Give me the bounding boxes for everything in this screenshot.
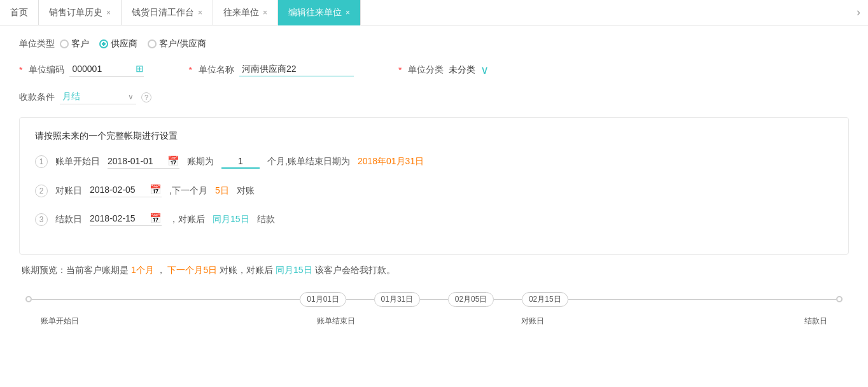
classify-field: * 单位分类 未分类 ∨	[398, 63, 489, 77]
period-box: 请按照未来的一个完整帐期进行设置 1 账单开始日 📅 账期为 个月,账单结束日期…	[19, 117, 849, 255]
tl-connector-1	[346, 299, 374, 300]
tl-connector-0	[32, 299, 300, 300]
unit-type-field: 单位类型 客户 供应商 客户/供应商	[19, 38, 206, 50]
period-reconcile-cal-icon[interactable]: 📅	[150, 184, 162, 195]
period-row-1: 1 账单开始日 📅 账期为 个月,账单结束日期为 2018年01月31日	[35, 155, 833, 169]
name-required: *	[188, 65, 192, 75]
tl-node-2: 01月31日	[374, 292, 421, 307]
tab-counterpart-label: 往来单位	[223, 7, 259, 18]
period-for-label: 账期为	[187, 156, 214, 167]
tl-label-4: 结款日	[804, 316, 827, 327]
unit-type-radio-group: 客户 供应商 客户/供应商	[60, 38, 206, 50]
name-label: 单位名称	[199, 64, 234, 76]
classify-dropdown[interactable]: 未分类 ∨	[449, 63, 489, 77]
reconcile-prefix: ,下一个月	[169, 185, 207, 197]
settle-prefix: ，对账后	[169, 214, 205, 225]
tl-node-3: 02月05日	[448, 292, 494, 307]
tab-edit-counterpart[interactable]: 编辑往来单位 ×	[278, 0, 361, 25]
period-row-2: 2 对账日 📅 ,下一个月5日 对账	[35, 184, 833, 197]
payment-dropdown[interactable]: 月结 ∨	[60, 90, 136, 104]
period-start-date-wrap: 📅	[108, 155, 179, 169]
reconcile-suffix: 对账	[237, 185, 255, 197]
close-icon[interactable]: ×	[198, 8, 202, 17]
tl-connector-4	[568, 299, 836, 300]
tl-node-1: 01月01日	[300, 292, 346, 307]
period-start-date-input[interactable]	[108, 156, 165, 166]
payment-field: 收款条件 月结 ∨ ?	[19, 90, 151, 104]
radio-both[interactable]: 客户/供应商	[148, 38, 206, 50]
period-reconcile-date-input[interactable]	[90, 185, 147, 195]
payment-value: 月结	[62, 91, 128, 102]
code-input[interactable]	[69, 62, 133, 75]
close-icon[interactable]: ×	[346, 8, 350, 17]
tab-counterpart[interactable]: 往来单位 ×	[213, 0, 278, 25]
preview-part3: 同月15日	[276, 265, 312, 275]
tl-connector-2	[420, 299, 448, 300]
tab-cash-workbench-label: 钱货日清工作台	[132, 7, 194, 18]
classify-required: *	[398, 65, 402, 75]
dropdown-arrow-icon: ∨	[128, 92, 134, 101]
code-input-wrap: ⊞	[69, 62, 144, 77]
tab-sales-history[interactable]: 销售订单历史 ×	[39, 0, 122, 25]
help-icon[interactable]: ?	[141, 92, 151, 102]
period-reconcile-date-wrap: 📅	[90, 184, 162, 197]
period-num-3: 3	[35, 213, 48, 226]
code-label: 单位编码	[29, 64, 64, 76]
tab-home[interactable]: 首页	[0, 0, 39, 25]
period-unit-text: 个月,账单结束日期为	[267, 156, 350, 167]
period-settle-date-wrap: 📅	[90, 213, 162, 226]
radio-both-label: 客户/供应商	[159, 38, 206, 50]
preview-mid: 对账，对账后	[220, 265, 273, 275]
tab-home-label: 首页	[10, 7, 28, 18]
tl-connector-3	[494, 299, 522, 300]
radio-customer[interactable]: 客户	[60, 38, 89, 50]
preview-part2: 下一个月5日	[167, 265, 217, 275]
preview-part1: 1个月	[131, 265, 154, 275]
payment-label: 收款条件	[19, 92, 55, 103]
tl-label-3: 对账日	[521, 316, 544, 327]
code-name-classify-row: * 单位编码 ⊞ * 单位名称 * 单位分类 未分类 ∨	[19, 62, 849, 77]
tabs-bar: 首页 销售订单历史 × 钱货日清工作台 × 往来单位 × 编辑往来单位 × ›	[0, 0, 868, 25]
period-settle-label: 结款日	[55, 214, 82, 225]
name-input[interactable]	[239, 63, 354, 76]
code-icon[interactable]: ⊞	[136, 63, 144, 74]
reconcile-highlight: 5日	[215, 185, 229, 197]
page-content: 单位类型 客户 供应商 客户/供应商 * 单位编码	[0, 25, 868, 387]
tab-more-button[interactable]: ›	[849, 0, 868, 25]
radio-customer-label: 客户	[71, 38, 89, 50]
radio-supplier-circle	[99, 39, 108, 48]
period-num-2: 2	[35, 185, 48, 197]
settle-highlight: 同月15日	[213, 214, 249, 225]
preview-section: 账期预览：当前客户账期是 1个月 ， 下一个月5日 对账，对账后 同月15日 该…	[19, 265, 849, 276]
tab-cash-workbench[interactable]: 钱货日清工作台 ×	[122, 0, 213, 25]
period-start-label: 账单开始日	[55, 156, 100, 167]
classify-value: 未分类	[449, 64, 475, 76]
tl-label-2: 账单结束日	[317, 316, 355, 327]
unit-type-label: 单位类型	[19, 38, 55, 50]
classify-arrow-icon[interactable]: ∨	[480, 63, 489, 77]
settle-suffix: 结款	[257, 214, 275, 225]
period-end-date: 2018年01月31日	[358, 156, 424, 167]
tab-edit-counterpart-label: 编辑往来单位	[288, 7, 342, 18]
code-field: * 单位编码 ⊞	[19, 62, 144, 77]
period-start-cal-icon[interactable]: 📅	[167, 155, 179, 167]
timeline-end-dot	[836, 296, 843, 302]
period-num-1: 1	[35, 155, 48, 168]
close-icon[interactable]: ×	[106, 8, 111, 17]
radio-supplier[interactable]: 供应商	[99, 38, 137, 50]
period-settle-cal-icon[interactable]: 📅	[150, 213, 162, 224]
radio-customer-circle	[60, 39, 69, 48]
preview-sep1: ，	[157, 265, 165, 275]
radio-supplier-label: 供应商	[111, 38, 137, 50]
preview-end: 该客户会给我打款。	[315, 265, 395, 275]
period-title: 请按照未来的一个完整帐期进行设置	[35, 130, 833, 142]
period-settle-date-input[interactable]	[90, 213, 147, 223]
tl-label-1: 账单开始日	[41, 316, 79, 327]
close-icon[interactable]: ×	[263, 8, 267, 17]
tab-sales-history-label: 销售订单历史	[49, 7, 102, 18]
timeline: 01月01日 01月31日 02月05日	[19, 292, 849, 327]
radio-both-circle	[148, 39, 157, 48]
unit-type-row: 单位类型 客户 供应商 客户/供应商	[19, 38, 849, 50]
period-months-input[interactable]	[221, 155, 260, 169]
timeline-start-dot	[25, 296, 32, 302]
